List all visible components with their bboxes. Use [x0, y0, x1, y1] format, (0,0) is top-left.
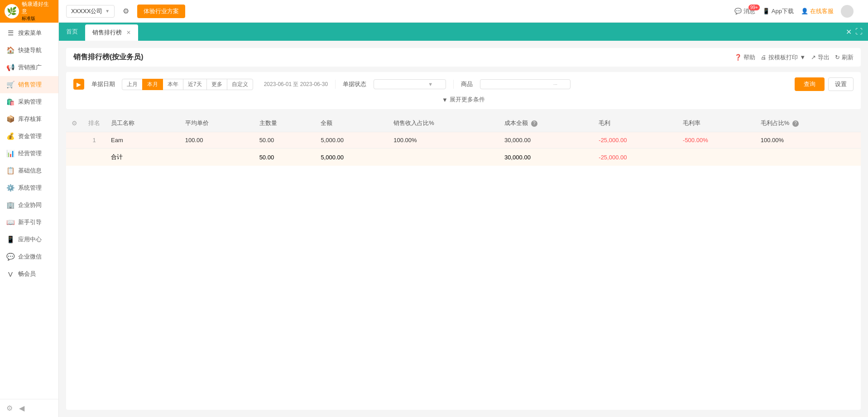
footer-empty-6: [755, 149, 861, 166]
sidebar-label-quick-nav: 快捷导航: [18, 46, 42, 54]
sidebar-icon-marketing: 📢: [6, 63, 14, 72]
row-amount: 5,000.00: [315, 132, 388, 149]
gross-pct-help-icon[interactable]: ?: [792, 120, 799, 127]
sidebar-label-wechat: 企业微信: [18, 253, 42, 261]
row-gross-rate: -500.00%: [677, 132, 755, 149]
avatar[interactable]: [841, 5, 854, 18]
date-tab-prev-month[interactable]: 上月: [122, 79, 143, 90]
sidebar-item-inventory[interactable]: 📦 库存核算: [0, 110, 58, 128]
logo-subtitle: 标准版: [22, 15, 54, 22]
row-rank: 1: [83, 132, 106, 149]
sidebar-icon-purchase: 🛍️: [6, 98, 14, 106]
table-row: 1 Eam 100.00 50.00 5,000.00 100.00% 30,0…: [66, 132, 861, 149]
message-icon: 💬: [734, 8, 742, 14]
company-selector[interactable]: XXXXX公司 ▼: [66, 5, 115, 18]
page-title: 销售排行榜(按业务员): [73, 53, 144, 62]
tab-sales-rank[interactable]: 销售排行榜✕: [85, 24, 138, 41]
app-icon: 📱: [762, 8, 770, 14]
sidebar-label-enterprise: 企业协同: [18, 201, 42, 209]
sidebar-collapse-icon[interactable]: ◀: [19, 404, 24, 412]
data-table-wrap: ⚙ 排名 员工名称 平均单价 主数量 全额 销售收入占比% 成本全额 ? 毛利 …: [66, 115, 861, 410]
sidebar-item-system[interactable]: ⚙️ 系统管理: [0, 179, 58, 197]
sidebar-item-basic-info[interactable]: 📋 基础信息: [0, 162, 58, 179]
sidebar-icon-operations: 📊: [6, 149, 14, 158]
sidebar-icon-guide: 📖: [6, 218, 14, 226]
row-cost: 30,000.00: [499, 132, 593, 149]
date-tab-cur-year[interactable]: 本年: [163, 79, 183, 90]
sidebar-label-sales: 销售管理: [18, 81, 42, 89]
sidebar-item-enterprise[interactable]: 🏢 企业协同: [0, 197, 58, 214]
logo-title: 畅康通好生意: [22, 1, 54, 15]
sidebar-label-guide: 新手引导: [18, 218, 42, 226]
filter-expand-icon[interactable]: ▶: [73, 79, 84, 90]
company-dropdown-icon: ▼: [105, 9, 110, 14]
date-tab-last7[interactable]: 近7天: [183, 79, 207, 90]
refresh-icon: ↻: [835, 54, 840, 61]
tab-close-all-button[interactable]: ✕: [846, 28, 852, 36]
date-tab-cur-month[interactable]: 本月: [142, 79, 163, 90]
goods-more-icon: ···: [553, 81, 557, 87]
message-badge: 99+: [748, 5, 760, 10]
refresh-button[interactable]: ↻ 刷新: [835, 53, 854, 62]
sidebar-settings-icon[interactable]: ⚙: [6, 404, 13, 412]
help-icon: ❓: [734, 54, 742, 61]
sidebar-nav: ☰ 搜索菜单 🏠 快捷导航 📢 营销推广 🛒 销售管理 🛍️ 采购管理 📦 库存…: [0, 23, 58, 399]
trial-button[interactable]: 体验行业方案: [137, 5, 185, 18]
sidebar-item-guide[interactable]: 📖 新手引导: [0, 214, 58, 231]
page-actions: ❓ 帮助 🖨 按模板打印 ▼ ↗ 导出 ↻ 刷新: [734, 53, 854, 62]
sidebar-item-marketing[interactable]: 📢 营销推广: [0, 59, 58, 76]
sidebar-item-operations[interactable]: 📊 经营管理: [0, 145, 58, 162]
sidebar-label-app-center: 应用中心: [18, 235, 42, 244]
app-download-button[interactable]: 📱 App下载: [762, 7, 794, 15]
header-settings-button[interactable]: ⚙: [119, 5, 133, 18]
online-service-button[interactable]: 👤 在线客服: [801, 7, 834, 15]
col-gross-rate-header: 毛利率: [677, 115, 755, 132]
service-icon: 👤: [801, 8, 808, 14]
query-button[interactable]: 查询: [795, 77, 825, 91]
tab-close-sales-rank[interactable]: ✕: [126, 29, 131, 36]
export-button[interactable]: ↗ 导出: [811, 53, 830, 62]
sidebar-icon-quick-nav: 🏠: [6, 46, 14, 54]
date-label: 单据日期: [91, 80, 115, 88]
sidebar-item-member[interactable]: V 畅会员: [0, 265, 58, 283]
filter-settings-button[interactable]: 设置: [828, 77, 854, 91]
sidebar-label-basic-info: 基础信息: [18, 167, 42, 175]
message-button[interactable]: 💬 消息 99+: [734, 7, 755, 15]
tab-home[interactable]: 首页: [59, 23, 85, 41]
template-print-button[interactable]: 🖨 按模板打印 ▼: [761, 53, 806, 62]
col-settings-icon[interactable]: ⚙: [72, 120, 77, 127]
sidebar-icon-inventory: 📦: [6, 115, 14, 123]
date-tab-more[interactable]: 更多: [206, 79, 227, 90]
goods-input[interactable]: ···: [480, 79, 571, 89]
sidebar-item-purchase[interactable]: 🛍️ 采购管理: [0, 93, 58, 110]
tab-expand-button[interactable]: ⛶: [855, 28, 863, 36]
sidebar-item-search-order[interactable]: ☰ 搜索菜单: [0, 24, 58, 42]
sidebar-item-app-center[interactable]: 📱 应用中心: [0, 231, 58, 248]
date-tab-custom[interactable]: 自定义: [227, 79, 253, 90]
footer-gross: -25,000.00: [593, 149, 677, 166]
footer-cost: 30,000.00: [499, 149, 593, 166]
date-tabs: 上月本月本年近7天更多自定义: [122, 79, 253, 90]
footer-empty-3: [180, 149, 254, 166]
sidebar-item-sales[interactable]: 🛒 销售管理: [0, 76, 58, 93]
sidebar-item-wechat[interactable]: 💬 企业微信: [0, 248, 58, 265]
expand-more-button[interactable]: ▼ 展开更多条件: [442, 96, 485, 104]
company-name: XXXXX公司: [71, 7, 102, 15]
filter-row: ▶ 单据日期 上月本月本年近7天更多自定义 2023-06-01 至 2023-…: [73, 77, 854, 91]
sidebar-item-quick-nav[interactable]: 🏠 快捷导航: [0, 42, 58, 59]
status-select[interactable]: ▼: [374, 79, 446, 89]
sidebar-icon-enterprise: 🏢: [6, 201, 14, 209]
col-avg-price-header: 平均单价: [180, 115, 254, 132]
col-amount-header: 全额: [315, 115, 388, 132]
service-label: 在线客服: [810, 7, 834, 15]
footer-empty-2: [83, 149, 106, 166]
help-button[interactable]: ❓ 帮助: [734, 53, 755, 62]
sidebar-icon-system: ⚙️: [6, 184, 14, 192]
col-cost-header: 成本全额 ?: [499, 115, 593, 132]
row-name: Eam: [106, 132, 180, 149]
cost-help-icon[interactable]: ?: [531, 120, 537, 127]
sidebar-icon-wechat: 💬: [6, 253, 14, 261]
row-avg-price: 100.00: [180, 132, 254, 149]
sidebar-item-finance[interactable]: 💰 资金管理: [0, 128, 58, 145]
table-footer-row: 合计 50.00 5,000.00 30,000.00 -25,000.00: [66, 149, 861, 166]
